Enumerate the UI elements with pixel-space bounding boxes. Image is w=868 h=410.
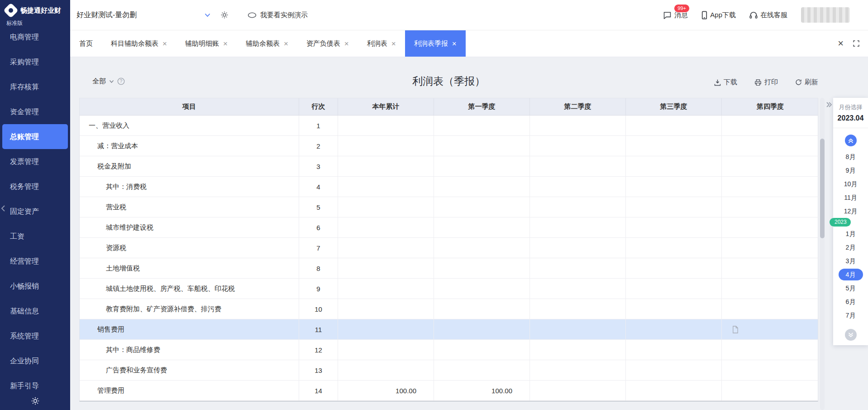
cell-value	[530, 279, 626, 299]
settings-gear-icon[interactable]	[220, 11, 229, 19]
tab-label: 科目辅助余额表	[111, 39, 158, 48]
month-item[interactable]: 9月	[833, 164, 868, 177]
panel-collapse-icon[interactable]	[826, 101, 832, 109]
column-header-1: 项目	[80, 98, 299, 115]
month-item[interactable]: 3月	[833, 254, 868, 268]
account-selector-dropdown[interactable]: 好业财测试-量勿删	[76, 10, 210, 20]
scroll-months-up-icon[interactable]	[845, 135, 857, 146]
download-button[interactable]: 下载	[714, 78, 737, 87]
tab-3[interactable]: 辅助明细账×	[176, 30, 237, 57]
sidebar-item-10[interactable]: 经营管理	[2, 249, 68, 274]
table-row[interactable]: 一、营业收入1	[80, 116, 818, 136]
scope-filter-dropdown[interactable]: 全部 ?	[92, 77, 125, 86]
account-selector-label: 好业财测试-量勿删	[76, 10, 137, 20]
cell-value	[722, 340, 819, 360]
table-row[interactable]: 资源税7	[80, 238, 818, 258]
user-name-blurred[interactable]	[801, 7, 850, 23]
cell-item-name: 税金及附加	[80, 156, 299, 177]
month-item[interactable]: 2月	[833, 241, 868, 254]
tab-7[interactable]: 利润表季报×	[405, 30, 466, 57]
tab-close-icon[interactable]: ×	[391, 40, 396, 48]
refresh-icon	[795, 79, 802, 86]
month-item[interactable]: 11月	[833, 191, 868, 204]
cell-item-name: 土地增值税	[80, 258, 299, 279]
month-item[interactable]: 7月	[833, 309, 868, 322]
table-row[interactable]: 营业税5	[80, 197, 818, 217]
messages-button[interactable]: 消息 99+	[663, 11, 688, 19]
help-question-icon[interactable]: ?	[117, 77, 125, 85]
sidebar-item-11[interactable]: 小畅报销	[2, 274, 68, 299]
cell-value	[530, 177, 626, 197]
cell-line-number: 13	[299, 360, 338, 381]
cell-value	[338, 279, 434, 299]
tab-6[interactable]: 利润表×	[358, 30, 405, 57]
month-item[interactable]: 6月	[833, 295, 868, 309]
table-row[interactable]: 销售费用11	[80, 319, 818, 340]
page-title: 利润表（季报）	[79, 74, 818, 88]
table-row[interactable]: 城镇土地使用税、房产税、车船税、印花税9	[80, 279, 818, 299]
fullscreen-icon[interactable]	[853, 40, 860, 47]
online-support-button[interactable]: 在线客服	[749, 11, 787, 19]
cell-line-number: 7	[299, 238, 338, 258]
print-button[interactable]: 打印	[754, 78, 778, 87]
sidebar-item-4[interactable]: 资金管理	[2, 99, 68, 124]
table-row[interactable]: 减：营业成本2	[80, 136, 818, 156]
tab-close-icon[interactable]: ×	[284, 40, 288, 48]
month-item[interactable]: 5月	[833, 281, 868, 295]
month-item[interactable]: 12月	[833, 204, 868, 218]
app-download-button[interactable]: App下载	[701, 11, 736, 19]
current-period: 2023.04	[833, 114, 868, 122]
sidebar-item-7[interactable]: 税务管理	[2, 174, 68, 199]
column-header-3: 本年累计	[338, 98, 434, 115]
sidebar-item-9[interactable]: 工资	[2, 224, 68, 249]
sidebar-item-13[interactable]: 系统管理	[2, 323, 68, 348]
sidebar-item-8[interactable]: 固定资产	[2, 199, 68, 224]
tab-5[interactable]: 资产负债表×	[297, 30, 358, 57]
close-all-tabs-icon[interactable]: ×	[838, 39, 844, 48]
sidebar-item-3[interactable]: 库存核算	[2, 74, 68, 99]
sidebar: 畅捷通好业财 标准版 电商管理采购管理库存核算资金管理总账管理发票管理税务管理固…	[0, 0, 70, 410]
sidebar-settings-gear-icon[interactable]	[0, 396, 70, 407]
cell-value	[626, 177, 722, 197]
table-row[interactable]: 广告费和业务宣传费13	[80, 360, 818, 381]
scroll-months-down-icon[interactable]	[845, 329, 857, 341]
cell-value	[434, 197, 530, 217]
cell-value	[338, 238, 434, 258]
month-list: 8月9月10月11月12月20231月2月3月4月5月6月7月	[833, 150, 868, 322]
tab-close-icon[interactable]: ×	[452, 40, 457, 48]
table-row[interactable]: 税金及附加3	[80, 156, 818, 177]
tab-4[interactable]: 辅助余额表×	[237, 30, 297, 57]
month-item[interactable]: 1月	[833, 227, 868, 241]
app-window: 畅捷通好业财 标准版 电商管理采购管理库存核算资金管理总账管理发票管理税务管理固…	[0, 0, 868, 410]
tab-2[interactable]: 科目辅助余额表×	[102, 30, 176, 57]
refresh-button[interactable]: 刷新	[795, 78, 818, 87]
cell-line-number: 6	[299, 217, 338, 238]
sidebar-item-15[interactable]: 新手引导	[2, 373, 68, 398]
table-row[interactable]: 其中：商品维修费12	[80, 340, 818, 360]
table-row[interactable]: 教育费附加、矿产资源补偿费、排污费10	[80, 299, 818, 319]
sidebar-item-6[interactable]: 发票管理	[2, 149, 68, 174]
sidebar-item-14[interactable]: 企业协同	[2, 348, 68, 373]
app-download-label: App下载	[710, 11, 736, 19]
month-item[interactable]: 8月	[833, 150, 868, 164]
table-row[interactable]: 管理费用14100.00100.00	[80, 381, 818, 401]
tab-close-icon[interactable]: ×	[344, 40, 349, 48]
month-item[interactable]: 10月	[833, 177, 868, 191]
scope-filter-label: 全部	[92, 77, 106, 86]
sidebar-item-12[interactable]: 基础信息	[2, 299, 68, 323]
sidebar-item-5[interactable]: 总账管理	[2, 124, 68, 149]
sidebar-item-1[interactable]: 电商管理	[2, 24, 68, 49]
scrollbar-thumb[interactable]	[820, 139, 825, 238]
table-row[interactable]: 其中：消费税4	[80, 177, 818, 197]
table-row[interactable]: 土地增值税8	[80, 258, 818, 279]
cell-value	[338, 197, 434, 217]
table-row[interactable]: 城市维护建设税6	[80, 217, 818, 238]
tab-1[interactable]: 首页	[70, 30, 102, 57]
demo-link[interactable]: 我要看实例演示	[248, 11, 308, 19]
sidebar-item-2[interactable]: 采购管理	[2, 49, 68, 74]
sidebar-collapse-icon[interactable]	[1, 203, 7, 214]
month-item[interactable]: 4月	[839, 269, 863, 280]
tab-close-icon[interactable]: ×	[223, 40, 228, 48]
tab-close-icon[interactable]: ×	[162, 40, 167, 48]
cell-value	[722, 177, 819, 197]
